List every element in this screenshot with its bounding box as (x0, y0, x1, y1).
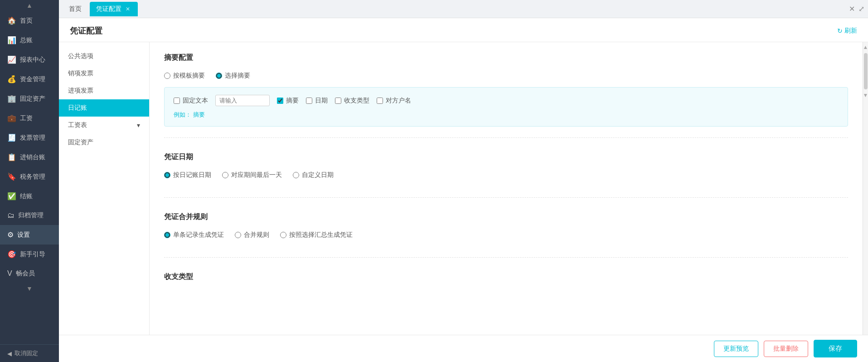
scroll-down-arrow[interactable]: ▼ (862, 91, 868, 99)
funds-icon: 💰 (7, 75, 16, 83)
checkbox-abstract-label: 摘要 (286, 97, 299, 105)
sidebar-item-vip[interactable]: V 畅会员 (0, 264, 59, 283)
radio-template-abstract-input[interactable] (164, 73, 170, 79)
radio-last-day[interactable]: 对应期间最后一天 (222, 171, 282, 179)
left-nav: 公共选项 销项发票 进项发票 日记账 工资表 ▾ 固定资产 (59, 42, 150, 335)
sidebar-unpin-button[interactable]: ◀ 取消固定 (0, 344, 59, 362)
archive-icon: 🗂 (7, 211, 15, 220)
sidebar-item-invoice-mgmt[interactable]: 🧾 发票管理 (0, 128, 59, 147)
radio-single-record-input[interactable] (164, 232, 170, 238)
nav-public[interactable]: 公共选项 (59, 48, 149, 65)
sidebar-item-funds[interactable]: 💰 资金管理 (0, 69, 59, 89)
radio-template-abstract[interactable]: 按模板摘要 (164, 72, 205, 80)
checkbox-income-type-input[interactable] (335, 98, 341, 104)
nav-sales-label: 销项发票 (68, 69, 93, 78)
sidebar-item-assets[interactable]: 🏢 固定资产 (0, 89, 59, 108)
nav-payroll-table[interactable]: 工资表 ▾ (59, 117, 149, 134)
radio-by-journal-date[interactable]: 按日记账日期 (164, 171, 211, 179)
example-prefix: 例如： (174, 111, 191, 118)
batch-delete-button[interactable]: 批量删除 (764, 341, 808, 357)
radio-select-abstract[interactable]: 选择摘要 (216, 72, 250, 80)
bottom-action-bar: 更新预览 批量删除 保存 (59, 335, 868, 362)
unpin-icon: ◀ (7, 350, 12, 357)
checkbox-date-input[interactable] (306, 98, 312, 104)
date-radio-group: 按日记账日期 对应期间最后一天 自定义日期 (164, 171, 848, 179)
nav-fixed-assets[interactable]: 固定资产 (59, 134, 149, 151)
sidebar-label-reports: 报表中心 (20, 56, 45, 64)
scroll-thumb[interactable] (864, 53, 868, 89)
sidebar-item-close-accounts[interactable]: ✅ 结账 (0, 186, 59, 206)
checkbox-date[interactable]: 日期 (306, 97, 328, 105)
scroll-up-arrow[interactable]: ▲ (862, 43, 868, 51)
refresh-icon: ↻ (837, 27, 843, 34)
window-close-button[interactable]: ✕ (849, 5, 855, 13)
radio-custom-date-label: 自定义日期 (302, 171, 334, 179)
sidebar-item-ledger2[interactable]: 📋 进销台账 (0, 147, 59, 167)
checkbox-fixed-text-input[interactable] (174, 98, 180, 104)
nav-sales-invoice[interactable]: 销项发票 (59, 65, 149, 82)
tab-close-button[interactable]: ✕ (124, 5, 131, 13)
radio-merge-rule-label: 合并规则 (244, 231, 269, 239)
sidebar-item-guide[interactable]: 🎯 新手引导 (0, 245, 59, 264)
update-preview-button[interactable]: 更新预览 (714, 341, 758, 357)
tab-home[interactable]: 首页 (63, 2, 88, 16)
radio-select-summary-label: 按照选择汇总生成凭证 (289, 231, 353, 239)
checkbox-abstract[interactable]: 摘要 (277, 97, 299, 105)
nav-journal[interactable]: 日记账 (59, 99, 149, 117)
close-accounts-icon: ✅ (7, 192, 16, 201)
sidebar-item-settings[interactable]: ⚙ 设置 (0, 225, 59, 245)
payroll-icon: 💼 (7, 114, 16, 122)
unpin-label: 取消固定 (15, 349, 38, 357)
tab-bar: 首页 凭证配置 ✕ ✕ ⤢ (59, 0, 868, 18)
radio-journal-date-input[interactable] (164, 172, 170, 178)
sidebar-label-assets: 固定资产 (20, 95, 45, 103)
abstract-radio-group: 按模板摘要 选择摘要 (164, 72, 848, 80)
checkbox-counterpart[interactable]: 对方户名 (377, 97, 411, 105)
sidebar-item-ledger[interactable]: 📊 总账 (0, 30, 59, 50)
radio-single-record-label: 单条记录生成凭证 (173, 231, 224, 239)
sidebar-label-settings: 设置 (17, 231, 30, 239)
save-button[interactable]: 保存 (814, 340, 857, 357)
merge-title: 凭证合并规则 (164, 212, 848, 222)
radio-select-abstract-input[interactable] (216, 73, 222, 79)
sidebar-item-tax[interactable]: 🔖 税务管理 (0, 167, 59, 186)
refresh-button[interactable]: ↻ 刷新 (837, 27, 857, 35)
checkbox-income-type[interactable]: 收支类型 (335, 97, 369, 105)
sidebar-scroll-up[interactable]: ▲ (0, 0, 59, 11)
sidebar-scroll-down[interactable]: ▼ (0, 283, 59, 294)
checkbox-income-type-label: 收支类型 (344, 97, 369, 105)
checkbox-counterpart-input[interactable] (377, 98, 383, 104)
radio-custom-date-input[interactable] (293, 172, 299, 178)
tab-voucher-config[interactable]: 凭证配置 ✕ (90, 2, 138, 16)
checkbox-fixed-text[interactable]: 固定文本 (174, 97, 208, 105)
main-area: 首页 凭证配置 ✕ ✕ ⤢ 凭证配置 ↻ 刷新 公共选项 (59, 0, 868, 362)
fixed-text-input[interactable] (215, 95, 270, 106)
radio-custom-date[interactable]: 自定义日期 (293, 171, 334, 179)
radio-merge-rule[interactable]: 合并规则 (235, 231, 269, 239)
ledger2-icon: 📋 (7, 153, 16, 161)
checkbox-abstract-input[interactable] (277, 98, 283, 104)
nav-fixed-assets-label: 固定资产 (68, 138, 93, 147)
radio-merge-rule-input[interactable] (235, 232, 241, 238)
sidebar-item-payroll[interactable]: 💼 工资 (0, 108, 59, 128)
scrollbar[interactable]: ▲ ▼ (863, 42, 868, 335)
sidebar-item-archive[interactable]: 🗂 归档管理 (0, 206, 59, 225)
radio-select-summary[interactable]: 按照选择汇总生成凭证 (280, 231, 353, 239)
window-resize-button[interactable]: ⤢ (858, 5, 864, 13)
nav-purchase-invoice[interactable]: 进项发票 (59, 82, 149, 99)
radio-select-summary-input[interactable] (280, 232, 286, 238)
sidebar-label-ledger: 总账 (20, 36, 33, 44)
radio-single-record[interactable]: 单条记录生成凭证 (164, 231, 224, 239)
radio-template-abstract-label: 按模板摘要 (173, 72, 205, 80)
sidebar-item-reports[interactable]: 📈 报表中心 (0, 50, 59, 69)
settings-icon: ⚙ (7, 230, 14, 239)
page-title: 凭证配置 (70, 25, 102, 36)
radio-last-day-input[interactable] (222, 172, 228, 178)
income-type-section: 收支类型 (164, 272, 848, 302)
guide-icon: 🎯 (7, 250, 16, 259)
nav-journal-label: 日记账 (68, 104, 87, 112)
checkbox-fixed-text-label: 固定文本 (183, 97, 208, 105)
abstract-title: 摘要配置 (164, 53, 848, 63)
close-icon: ✕ (126, 6, 130, 12)
sidebar-item-home[interactable]: 🏠 首页 (0, 11, 59, 30)
